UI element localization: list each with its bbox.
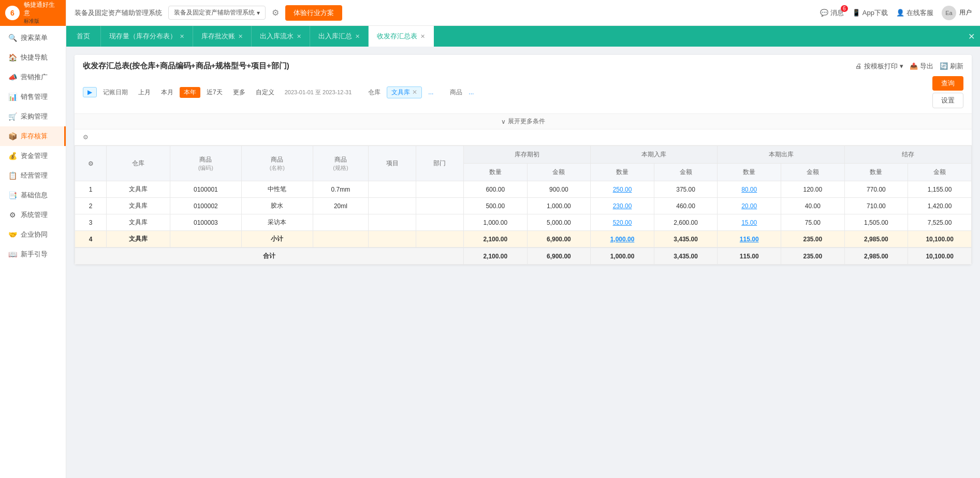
th-opening-group: 库存期初 <box>463 146 590 164</box>
product-more-button[interactable]: ... <box>469 89 474 96</box>
tab-batch[interactable]: 库存批次账 ✕ <box>193 26 252 47</box>
date-btn-7days[interactable]: 近7天 <box>202 87 227 98</box>
date-btn-this-year[interactable]: 本年 <box>180 87 200 98</box>
close-all-tabs-button[interactable]: ✕ <box>968 32 975 41</box>
footer-in-amt: 3,435.00 <box>654 248 718 265</box>
app-name: 畅捷通好生意 <box>24 1 61 17</box>
sidebar-item-system[interactable]: ⚙ 系统管理 <box>0 205 66 225</box>
cell-project <box>369 198 416 214</box>
cell-opening-qty: 2,100.00 <box>463 231 527 248</box>
date-btn-last-month[interactable]: 上月 <box>134 87 155 98</box>
tab-close-summary[interactable]: ✕ <box>355 33 360 40</box>
th-out-amt: 金额 <box>781 164 845 181</box>
cell-opening-qty: 1,000.00 <box>463 214 527 231</box>
online-service-button[interactable]: 👤 在线客服 <box>896 8 933 18</box>
trial-button[interactable]: 体验行业方案 <box>285 5 342 21</box>
tab-receive-send[interactable]: 收发存汇总表 ✕ <box>369 26 434 47</box>
cell-opening-amt: 6,900.00 <box>527 231 591 248</box>
warehouse-tag-close[interactable]: ✕ <box>412 89 417 96</box>
settings-icon[interactable]: ⚙ <box>272 8 279 18</box>
th-in-amt: 金额 <box>654 164 718 181</box>
footer-out-amt: 235.00 <box>781 248 845 265</box>
tab-home[interactable]: 首页 <box>66 26 101 47</box>
cell-name: 胶水 <box>241 198 313 214</box>
sidebar-item-inventory[interactable]: 📦 库存核算 <box>0 126 66 146</box>
sidebar-item-search[interactable]: 🔍 搜索菜单 <box>0 28 66 48</box>
app-download-button[interactable]: 📱 App下载 <box>852 8 888 18</box>
tab-close-receive-send[interactable]: ✕ <box>420 33 425 40</box>
warehouse-tag: 文具库 ✕ <box>387 86 422 98</box>
table-row: 1 文具库 0100001 中性笔 0.7mm 600.00 900.00 25… <box>75 181 972 198</box>
sidebar-item-purchase[interactable]: 🛒 采购管理 <box>0 107 66 126</box>
cell-dept <box>416 231 464 248</box>
print-button[interactable]: 🖨 按模板打印 ▾ <box>855 62 903 71</box>
chevron-down-icon: ▾ <box>900 62 903 70</box>
sidebar-item-label: 系统管理 <box>21 210 48 220</box>
table-toolbar: ⚙ <box>75 129 972 146</box>
system-dropdown[interactable]: 装备及固定资产辅助管理系统 ▾ <box>168 6 266 20</box>
th-dept: 部门 <box>416 146 464 181</box>
user-label: 用户 <box>959 8 972 17</box>
sidebar-item-marketing[interactable]: 📣 营销推广 <box>0 67 66 87</box>
footer-closing-amt: 10,100.00 <box>908 248 972 265</box>
footer-closing-qty: 2,985.00 <box>844 248 908 265</box>
product-label: 商品 <box>450 88 462 97</box>
cell-closing-qty: 710.00 <box>844 198 908 214</box>
cell-spec <box>313 214 368 231</box>
cell-index: 2 <box>75 198 107 214</box>
sidebar-item-sales[interactable]: 📊 销售管理 <box>0 87 66 107</box>
th-closing-qty: 数量 <box>844 164 908 181</box>
th-project: 项目 <box>369 146 416 181</box>
warehouse-more-button[interactable]: ... <box>428 89 433 96</box>
cell-project <box>369 181 416 198</box>
amount-link[interactable]: 15.00 <box>741 219 757 226</box>
settings-button[interactable]: 设置 <box>932 93 963 108</box>
sidebar-item-label: 资金管理 <box>21 151 48 161</box>
export-button[interactable]: 📤 导出 <box>910 62 933 71</box>
tab-close-flow[interactable]: ✕ <box>297 33 301 40</box>
cell-closing-amt: 7,525.00 <box>908 214 972 231</box>
sidebar-item-operations[interactable]: 📋 经营管理 <box>0 166 66 185</box>
sidebar-item-guide[interactable]: 📖 新手引导 <box>0 244 66 264</box>
amount-link[interactable]: 520.00 <box>613 219 632 226</box>
amount-link[interactable]: 250.00 <box>613 186 632 193</box>
filter-area: ▶ 记账日期 上月 本月 本年 近7天 更多 自定义 2023-01-01 至 … <box>75 71 972 114</box>
sidebar-item-finance[interactable]: 💰 资金管理 <box>0 146 66 166</box>
query-button[interactable]: 查询 <box>932 76 963 91</box>
tab-close-stock-dist[interactable]: ✕ <box>180 33 184 40</box>
data-table: ⚙ 仓库 商品(编码) 商品(名称) 商品(规格) 项目 部门 库存期初 本期入… <box>75 146 972 265</box>
messages-button[interactable]: 💬 消息 6 <box>820 8 844 18</box>
sidebar-item-quick-nav[interactable]: 🏠 快捷导航 <box>0 48 66 67</box>
print-icon: 🖨 <box>855 62 862 70</box>
purchase-icon: 🛒 <box>8 112 17 121</box>
cell-closing-qty: 1,505.00 <box>844 214 908 231</box>
date-btn-custom[interactable]: 自定义 <box>252 87 279 98</box>
tab-stock-dist[interactable]: 现存量（库存分布表） ✕ <box>101 26 193 47</box>
th-spec: 商品(规格) <box>313 146 368 181</box>
sidebar-item-basic-info[interactable]: 📑 基础信息 <box>0 185 66 205</box>
amount-link[interactable]: 20.00 <box>741 202 757 210</box>
chevron-down-icon: ∨ <box>501 118 506 125</box>
th-out-group: 本期出库 <box>718 146 844 164</box>
amount-link[interactable]: 230.00 <box>613 202 632 210</box>
date-btn-more[interactable]: 更多 <box>229 87 250 98</box>
footer-opening-amt: 6,900.00 <box>527 248 591 265</box>
expand-more-button[interactable]: ∨ 展开更多条件 <box>501 117 545 126</box>
refresh-button[interactable]: 🔄 刷新 <box>940 62 963 71</box>
date-btn-this-month[interactable]: 本月 <box>157 87 178 98</box>
th-out-qty: 数量 <box>718 164 781 181</box>
user-section[interactable]: Ea 用户 <box>942 6 972 20</box>
sidebar-item-label: 基础信息 <box>21 191 48 200</box>
cell-project <box>369 231 416 248</box>
sidebar-item-label: 库存核算 <box>21 132 48 141</box>
tab-summary[interactable]: 出入库汇总 ✕ <box>310 26 369 47</box>
filter-toggle-button[interactable]: ▶ <box>83 87 97 97</box>
cell-out-qty: 15.00 <box>718 214 781 231</box>
sidebar: 6 畅捷通好生意 标准版 🔍 搜索菜单 🏠 快捷导航 📣 营销推广 📊 销售管理… <box>0 0 66 478</box>
tab-close-batch[interactable]: ✕ <box>238 33 243 40</box>
table-settings-icon[interactable]: ⚙ <box>83 134 89 141</box>
sidebar-item-enterprise[interactable]: 🤝 企业协同 <box>0 225 66 244</box>
amount-link[interactable]: 80.00 <box>741 186 757 193</box>
guide-icon: 📖 <box>8 250 17 258</box>
tab-flow[interactable]: 出入库流水 ✕ <box>252 26 310 47</box>
